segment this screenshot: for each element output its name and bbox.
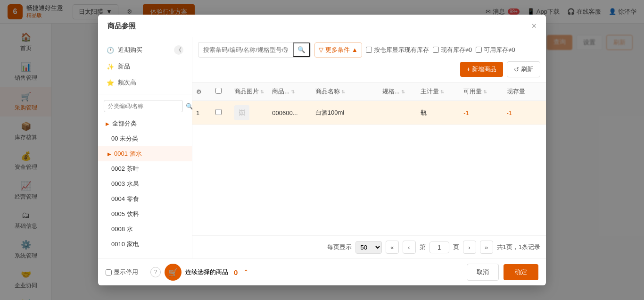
checkbox-available-stock[interactable]: 现有库存≠0 — [433, 46, 472, 54]
checkbox-warehouse-input[interactable] — [366, 47, 372, 53]
tab-new-label: 新品 — [118, 62, 130, 71]
product-search-button[interactable]: 🔍 — [293, 42, 310, 57]
cat-item-0008[interactable]: 0008 水 — [98, 222, 192, 237]
more-filter-button[interactable]: ▽ 更多条件 ▲ — [314, 42, 362, 58]
cell-seq: 1 — [192, 101, 212, 125]
total-info: 共1页，1条记录 — [497, 243, 540, 251]
cart-button[interactable]: 🛒 — [165, 264, 182, 281]
th-available: 可用量 ⇅ — [460, 83, 503, 101]
product-table: ⚙ 商品图片 ⇅ — [192, 83, 546, 125]
th-spec-sort[interactable]: 规格... ⇅ — [382, 87, 413, 96]
cat-label-0010: 0010 家电 — [111, 240, 139, 249]
cat-label-0004: 0004 零食 — [111, 195, 139, 203]
th-settings: ⚙ — [192, 83, 212, 101]
sort-unit-icon: ⇅ — [440, 89, 444, 94]
cell-available: -1 — [460, 101, 503, 125]
table-body: 1 🖼 000600... 白酒100ml 瓶 — [192, 101, 546, 125]
modal-footer: 显示停用 ? 🛒 连续选择的商品 0 ⌃ 取消 确定 — [98, 258, 546, 285]
modal-overlay: 商品参照 × 🕐 近期购买 《 ✨ 新品 ⭐ — [0, 0, 644, 300]
cat-item-0005[interactable]: 0005 饮料 — [98, 207, 192, 222]
checkbox-usable-input[interactable] — [476, 47, 482, 53]
table-row[interactable]: 1 🖼 000600... 白酒100ml 瓶 — [192, 101, 546, 125]
cell-checkbox — [212, 101, 231, 125]
product-search-input[interactable] — [198, 43, 293, 56]
th-stock: 现存量 — [503, 83, 546, 101]
cart-collapse-icon[interactable]: ⌃ — [243, 268, 249, 276]
tab-recent-purchase[interactable]: 🕐 近期购买 《 — [102, 42, 188, 58]
per-page-label: 每页显示 — [327, 243, 352, 251]
sort-name-icon: ⇅ — [341, 89, 345, 94]
cat-item-0003[interactable]: 0003 水果 — [98, 176, 192, 192]
right-panel: 🔍 ▽ 更多条件 ▲ 按仓库显示现有库存 现有库存≠0 — [192, 37, 546, 258]
checkbox-by-warehouse[interactable]: 按仓库显示现有库存 — [366, 46, 429, 54]
collapse-button[interactable]: 《 — [174, 45, 183, 55]
checkbox-warehouse-label: 按仓库显示现有库存 — [374, 46, 429, 54]
first-page-button[interactable]: « — [386, 241, 399, 254]
settings-icon[interactable]: ⚙ — [196, 88, 202, 95]
new-icon: ✨ — [107, 63, 114, 70]
cat-item-00[interactable]: 00 未分类 — [98, 131, 192, 146]
th-code-sort[interactable]: 商品... ⇅ — [272, 87, 307, 96]
refresh-button[interactable]: ↺ 刷新 — [507, 61, 540, 77]
confirm-button[interactable]: 确定 — [504, 264, 538, 280]
pagination: 每页显示 50 100 200 « ‹ 第 页 › » 共1页，1条记录 — [192, 235, 546, 258]
tab-frequent[interactable]: ⭐ 频次高 — [102, 75, 188, 90]
add-product-button[interactable]: + 新增商品 — [460, 62, 503, 77]
tab-new-products[interactable]: ✨ 新品 — [102, 59, 188, 74]
cart-area: ? 🛒 连续选择的商品 0 ⌃ — [150, 264, 249, 281]
product-image: 🖼 — [234, 105, 249, 120]
sort-available-icon: ⇅ — [483, 89, 487, 94]
last-page-button[interactable]: » — [480, 241, 493, 254]
help-icon[interactable]: ? — [150, 267, 161, 277]
cat-item-0004[interactable]: 0004 零食 — [98, 192, 192, 207]
checkbox-available-input[interactable] — [433, 47, 439, 53]
cart-label: 连续选择的商品 — [185, 268, 228, 276]
next-page-button[interactable]: › — [463, 241, 476, 254]
cat-label-0008: 0008 水 — [111, 225, 133, 233]
cancel-button[interactable]: 取消 — [467, 264, 499, 281]
th-unit-sort[interactable]: 主计量 ⇅ — [421, 87, 456, 96]
modal-close-button[interactable]: × — [531, 21, 537, 31]
select-all-checkbox[interactable] — [215, 88, 222, 94]
th-name: 商品名称 ⇅ — [312, 83, 379, 101]
cat-label-0003: 0003 水果 — [111, 180, 139, 188]
show-disabled-label: 显示停用 — [114, 268, 138, 276]
th-available-sort[interactable]: 可用量 ⇅ — [463, 87, 499, 96]
th-unit: 主计量 ⇅ — [417, 83, 460, 101]
cell-image: 🖼 — [231, 101, 268, 125]
cat-label-00: 00 未分类 — [111, 134, 138, 143]
cat-item-0002[interactable]: 0002 茶叶 — [98, 161, 192, 176]
category-search-input[interactable] — [104, 100, 183, 112]
row-checkbox[interactable] — [215, 109, 222, 115]
modal-header: 商品参照 × — [98, 15, 546, 37]
cat-item-0001[interactable]: ▶ 0001 酒水 — [98, 146, 192, 161]
th-name-sort[interactable]: 商品名称 ⇅ — [315, 87, 375, 96]
per-page-select[interactable]: 50 100 200 — [355, 241, 382, 254]
th-image-sort[interactable]: 商品图片 ⇅ — [234, 87, 264, 96]
th-spec: 规格... ⇅ — [379, 83, 417, 101]
cat-0001-arrow-icon: ▶ — [107, 151, 111, 157]
frequent-icon: ⭐ — [107, 79, 114, 86]
page-label: 第 — [420, 243, 426, 251]
sort-spec-icon: ⇅ — [401, 89, 405, 94]
modal-body: 🕐 近期购买 《 ✨ 新品 ⭐ 频次高 🔍 — [98, 37, 546, 258]
show-disabled-checkbox[interactable]: 显示停用 — [106, 268, 138, 276]
cat-arrow-icon: ▶ — [106, 121, 109, 126]
cat-item-0010[interactable]: 0010 家电 — [98, 237, 192, 252]
sort-image-icon: ⇅ — [260, 89, 264, 94]
th-code: 商品... ⇅ — [268, 83, 311, 101]
cell-unit: 瓶 — [417, 101, 460, 125]
show-disabled-input[interactable] — [106, 269, 112, 275]
prev-page-button[interactable]: ‹ — [403, 241, 416, 254]
product-table-wrap: ⚙ 商品图片 ⇅ — [192, 83, 546, 235]
refresh-icon: ↺ — [514, 66, 519, 73]
filter-icon: ▽ — [319, 46, 323, 53]
cell-spec — [379, 101, 417, 125]
checkbox-usable-stock[interactable]: 可用库存≠0 — [476, 46, 515, 54]
checkbox-available-label: 现有库存≠0 — [441, 46, 472, 54]
cat-item-all[interactable]: ▶ 全部分类 — [98, 116, 192, 131]
tab-frequent-label: 频次高 — [118, 78, 136, 87]
toolbar: 🔍 ▽ 更多条件 ▲ 按仓库显示现有库存 现有库存≠0 — [192, 37, 546, 83]
page-number-input[interactable] — [429, 242, 449, 253]
category-search-row: 🔍 — [98, 98, 192, 114]
